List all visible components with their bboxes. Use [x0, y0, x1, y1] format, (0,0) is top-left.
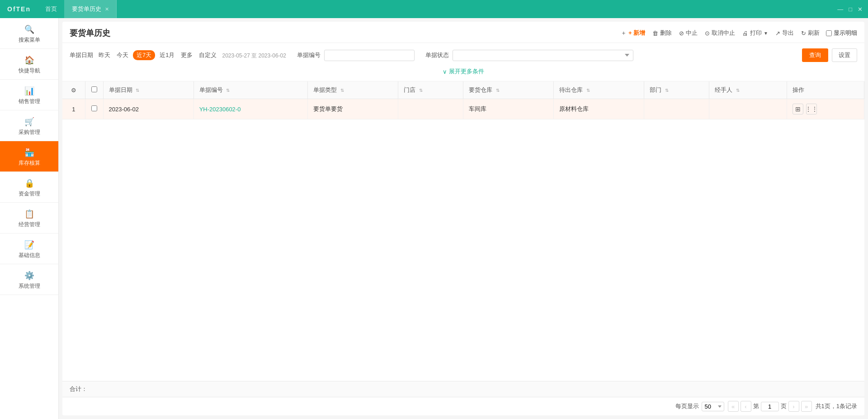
col-date: 单据日期 ⇅: [103, 81, 193, 99]
sidebar-item-inventory[interactable]: 🏪 库存核算: [0, 141, 58, 172]
delete-button[interactable]: 🗑 删除: [651, 27, 673, 39]
data-table: ⚙ 单据日期 ⇅ 单据编号 ⇅: [62, 81, 864, 119]
close-btn[interactable]: ✕: [858, 6, 863, 13]
top-bar-tabs: 首页 要货单历史 ✕: [38, 0, 117, 18]
expand-more-section: ∨ 展开更多条件: [70, 66, 857, 77]
settings-button[interactable]: 设置: [832, 48, 857, 62]
sort-pending-warehouse-icon[interactable]: ⇅: [586, 88, 590, 93]
status-select[interactable]: [453, 50, 633, 61]
col-order-type: 单据类型 ⇅: [307, 81, 398, 99]
minimize-btn[interactable]: —: [837, 6, 843, 13]
sidebar-item-label: 库存核算: [19, 159, 40, 167]
footer-label: 合计：: [70, 385, 87, 393]
per-page-group: 每页显示 50 100 200: [675, 402, 724, 411]
sidebar: 🔍 搜索菜单 🏠 快捷导航 📊 销售管理 🛒 采购管理 🏪 库存核算 🔒 资金管…: [0, 18, 59, 419]
date-shortcut-yesterday[interactable]: 昨天: [97, 50, 112, 60]
cell-department: [644, 99, 709, 119]
sort-date-icon[interactable]: ⇅: [136, 88, 139, 93]
sidebar-item-finance[interactable]: 🔒 资金管理: [0, 172, 58, 203]
print-dropdown-icon: ▼: [764, 31, 768, 36]
chevron-down-icon: ∨: [443, 68, 447, 75]
table-footer: 合计：: [62, 381, 864, 397]
last-page-button[interactable]: »: [801, 401, 812, 412]
refresh-button[interactable]: ↻ 刷新: [800, 27, 821, 39]
sidebar-item-quick-nav[interactable]: 🏠 快捷导航: [0, 49, 58, 80]
show-detail-toggle[interactable]: 显示明细: [826, 29, 857, 37]
filter-action-buttons: 查询 设置: [802, 48, 857, 62]
first-page-button[interactable]: «: [728, 401, 739, 412]
sort-department-icon[interactable]: ⇅: [665, 88, 669, 93]
sort-order-no-icon[interactable]: ⇅: [226, 88, 230, 93]
stop-button[interactable]: ⊘ 中止: [678, 27, 698, 39]
top-bar-right: — □ ✕: [837, 6, 868, 13]
system-icon: ⚙️: [24, 271, 34, 281]
sort-handler-icon[interactable]: ⇅: [736, 88, 740, 93]
sort-req-warehouse-icon[interactable]: ⇅: [496, 88, 500, 93]
tab-requisition-history[interactable]: 要货单历史 ✕: [65, 0, 117, 18]
date-shortcut-custom[interactable]: 自定义: [197, 50, 218, 60]
col-pending-warehouse: 待出仓库 ⇅: [554, 81, 644, 99]
inventory-icon: 🏪: [24, 148, 34, 157]
date-shortcut-more[interactable]: 更多: [179, 50, 194, 60]
page-size-select[interactable]: 50 100 200: [702, 402, 724, 411]
query-button[interactable]: 查询: [802, 48, 828, 62]
sidebar-item-label: 搜索菜单: [19, 36, 40, 44]
filter-row-1: 单据日期 昨天 今天 近7天 近1月 更多 自定义 2023-05-27 至 2…: [70, 48, 857, 62]
pagination-bar: 每页显示 50 100 200 « ‹ 第 页 › » 共1页，1条记录: [62, 397, 864, 415]
row-checkbox[interactable]: [91, 105, 97, 111]
print-button[interactable]: 🖨 打印 ▼: [741, 27, 769, 39]
sort-order-type-icon[interactable]: ⇅: [340, 88, 344, 93]
date-shortcut-today[interactable]: 今天: [115, 50, 130, 60]
col-req-warehouse: 要货仓库 ⇅: [463, 81, 554, 99]
date-shortcut-1month[interactable]: 近1月: [158, 50, 176, 60]
date-shortcut-7days[interactable]: 近7天: [133, 50, 155, 60]
select-all-checkbox[interactable]: [91, 86, 97, 92]
export-button[interactable]: ↗ 导出: [774, 27, 795, 39]
table-header-row: ⚙ 单据日期 ⇅ 单据编号 ⇅: [62, 81, 864, 99]
sidebar-item-label: 经营管理: [19, 221, 40, 229]
order-no-input[interactable]: [324, 50, 415, 61]
ops-buttons: ⊞ ⋮⋮: [793, 104, 859, 114]
table-container: ⚙ 单据日期 ⇅ 单据编号 ⇅: [62, 81, 864, 381]
cell-checkbox: [85, 99, 103, 119]
col-settings: ⚙: [62, 81, 85, 99]
stop-icon: ⊘: [679, 30, 684, 37]
sidebar-item-search-menu[interactable]: 🔍 搜索菜单: [0, 18, 58, 49]
export-icon: ↗: [775, 30, 780, 37]
view-detail-button[interactable]: ⊞: [793, 104, 803, 114]
sidebar-item-system[interactable]: ⚙️ 系统管理: [0, 264, 58, 295]
prev-page-button[interactable]: ‹: [741, 401, 751, 412]
new-button[interactable]: ＋ + 新增: [620, 27, 646, 39]
page-number-input[interactable]: [761, 402, 779, 411]
filter-area: 单据日期 昨天 今天 近7天 近1月 更多 自定义 2023-05-27 至 2…: [62, 43, 864, 81]
col-ops: 操作: [787, 81, 864, 99]
maximize-btn[interactable]: □: [849, 6, 852, 13]
order-no-link[interactable]: YH-20230602-0: [199, 106, 241, 113]
order-no-label: 单据编号: [297, 51, 321, 59]
sidebar-item-sales[interactable]: 📊 销售管理: [0, 80, 58, 110]
cell-pending-warehouse: 原材料仓库: [554, 99, 644, 119]
next-page-button[interactable]: ›: [788, 401, 799, 412]
date-filter-label: 单据日期: [70, 51, 93, 59]
date-shortcuts: 昨天 今天 近7天 近1月 更多 自定义: [97, 50, 218, 60]
total-info: 共1页，1条记录: [816, 402, 857, 410]
search-menu-icon: 🔍: [24, 24, 34, 34]
cell-date: 2023-06-02: [103, 99, 193, 119]
show-detail-checkbox[interactable]: [826, 30, 832, 36]
sidebar-item-purchase[interactable]: 🛒 采购管理: [0, 110, 58, 141]
close-tab-icon[interactable]: ✕: [105, 6, 109, 12]
col-handler: 经手人 ⇅: [709, 81, 787, 99]
page-content: 要货单历史 ＋ + 新增 🗑 删除 ⊘ 中止 ⊙: [62, 22, 864, 415]
cell-order-no: YH-20230602-0: [193, 99, 307, 119]
quick-nav-icon: 🏠: [24, 55, 34, 65]
col-department: 部门 ⇅: [644, 81, 709, 99]
cancel-stop-button[interactable]: ⊙ 取消中止: [704, 27, 736, 39]
expand-more-button[interactable]: ∨ 展开更多条件: [443, 67, 484, 76]
more-ops-button[interactable]: ⋮⋮: [806, 104, 817, 114]
sort-store-icon[interactable]: ⇅: [419, 88, 423, 93]
sidebar-item-operations[interactable]: 📋 经营管理: [0, 203, 58, 233]
purchase-icon: 🛒: [24, 117, 34, 127]
tab-home[interactable]: 首页: [38, 0, 65, 18]
sidebar-item-basic-info[interactable]: 📝 基础信息: [0, 233, 58, 264]
cancel-stop-icon: ⊙: [705, 30, 710, 37]
